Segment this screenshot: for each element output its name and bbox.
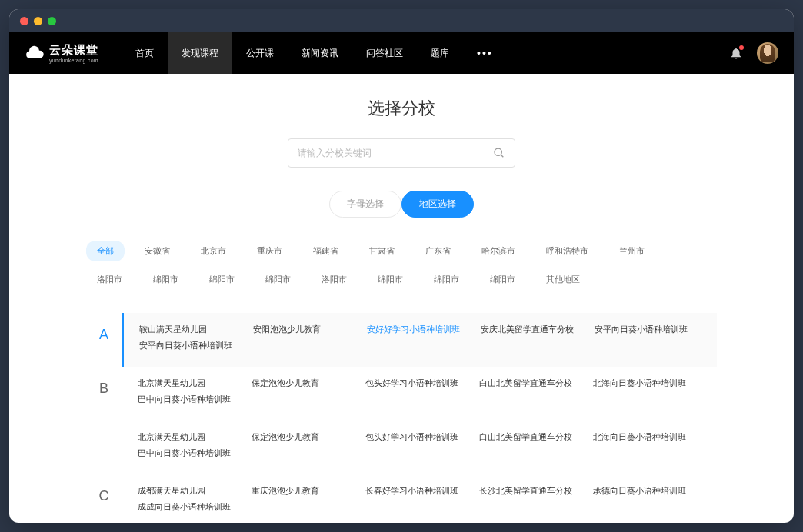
- region-filter-chip[interactable]: 洛阳市: [86, 269, 133, 290]
- letter-group: C成都满天星幼儿园重庆泡泡少儿教育长春好学习小语种培训班长沙北美留学直通车分校承…: [86, 474, 717, 523]
- school-item[interactable]: 安平向日葵小语种培训班: [595, 324, 708, 335]
- close-window-button[interactable]: [20, 17, 28, 25]
- school-item[interactable]: 成都满天星幼儿园: [138, 485, 252, 497]
- school-item[interactable]: 保定泡泡少儿教育: [252, 377, 365, 389]
- school-item[interactable]: 北海向日葵小语种培训班: [593, 377, 707, 389]
- region-filters: 全部安徽省北京市重庆市福建省甘肃省广东省哈尔滨市呼和浩特市兰州市洛阳市绵阳市绵阳…: [9, 241, 794, 298]
- school-item[interactable]: 安庆北美留学直通车分校: [481, 324, 595, 335]
- traffic-lights: [20, 17, 56, 25]
- region-filter-chip[interactable]: 呼和浩特市: [535, 241, 599, 261]
- region-filter-chip[interactable]: 重庆市: [246, 241, 293, 261]
- nav-more-button[interactable]: •••: [463, 47, 507, 59]
- letter-group: B北京满天星幼儿园保定泡泡少儿教育包头好学习小语种培训班白山北美留学直通车分校北…: [86, 367, 717, 474]
- school-item[interactable]: 保定泡泡少儿教育: [252, 431, 365, 443]
- school-item[interactable]: 白山北美留学直通车分校: [479, 431, 593, 443]
- school-item[interactable]: 长沙北美留学直通车分校: [479, 485, 593, 497]
- school-item[interactable]: 重庆泡泡少儿教育: [252, 485, 365, 497]
- minimize-window-button[interactable]: [34, 17, 42, 25]
- search-box: [288, 138, 515, 168]
- notification-badge: [739, 45, 744, 50]
- region-filter-chip[interactable]: 安徽省: [134, 241, 181, 261]
- region-filter-chip[interactable]: 洛阳市: [311, 269, 358, 290]
- school-item[interactable]: 长春好学习小语种培训班: [365, 485, 479, 497]
- svg-line-1: [501, 155, 503, 157]
- school-item[interactable]: 北京满天星幼儿园: [138, 377, 252, 389]
- school-item[interactable]: 巴中向日葵小语种培训班: [138, 447, 252, 459]
- region-filter-chip[interactable]: 绵阳市: [198, 269, 245, 290]
- nav-item[interactable]: 首页: [122, 32, 168, 74]
- notification-bell-icon[interactable]: [729, 46, 743, 60]
- region-select-tab[interactable]: 地区选择: [402, 191, 474, 218]
- school-item[interactable]: 包头好学习小语种培训班: [365, 377, 479, 389]
- nav-item[interactable]: 题库: [417, 32, 463, 74]
- school-item[interactable]: 北海向日葵小语种培训班: [593, 431, 707, 443]
- region-filter-chip[interactable]: 绵阳市: [255, 269, 302, 290]
- region-filter-chip[interactable]: 广东省: [415, 241, 461, 261]
- maximize-window-button[interactable]: [48, 17, 56, 25]
- brand-logo[interactable]: 云朵课堂 yunduoketang.com: [25, 43, 98, 63]
- app-header: 云朵课堂 yunduoketang.com 首页发现课程公开课新闻资讯问答社区题…: [9, 32, 794, 74]
- school-item[interactable]: 包头好学习小语种培训班: [365, 431, 479, 443]
- letter-label: B: [99, 381, 108, 397]
- letter-label: A: [99, 327, 108, 343]
- letter-label: C: [99, 488, 109, 504]
- nav-item[interactable]: 发现课程: [168, 32, 232, 74]
- nav-item[interactable]: 公开课: [232, 32, 288, 74]
- school-item[interactable]: 安好好学习小语种培训班: [367, 324, 481, 335]
- nav-item[interactable]: 问答社区: [352, 32, 417, 74]
- window-titlebar: [9, 9, 794, 32]
- region-filter-chip[interactable]: 绵阳市: [142, 269, 189, 290]
- region-filter-chip[interactable]: 北京市: [190, 241, 237, 261]
- region-filter-chip[interactable]: 其他地区: [535, 269, 591, 290]
- letter-group: A鞍山满天星幼儿园安阳泡泡少儿教育安好好学习小语种培训班安庆北美留学直通车分校安…: [86, 313, 717, 367]
- region-filter-chip[interactable]: 绵阳市: [367, 269, 414, 290]
- region-filter-chip[interactable]: 绵阳市: [423, 269, 470, 290]
- svg-point-0: [495, 148, 501, 155]
- user-avatar[interactable]: [757, 42, 778, 64]
- school-list: A鞍山满天星幼儿园安阳泡泡少儿教育安好好学习小语种培训班安庆北美留学直通车分校安…: [9, 313, 794, 523]
- app-window: 云朵课堂 yunduoketang.com 首页发现课程公开课新闻资讯问答社区题…: [9, 9, 794, 523]
- school-item[interactable]: 安阳泡泡少儿教育: [253, 324, 367, 335]
- search-input[interactable]: [298, 148, 493, 158]
- nav-item[interactable]: 新闻资讯: [288, 32, 352, 74]
- page-title: 选择分校: [9, 97, 794, 120]
- school-item[interactable]: 巴中向日葵小语种培训班: [138, 394, 252, 405]
- selection-mode-toggle: 字母选择 地区选择: [329, 191, 474, 218]
- region-filter-chip[interactable]: 绵阳市: [479, 269, 526, 290]
- school-item[interactable]: 北京满天星幼儿园: [138, 431, 252, 443]
- region-filter-chip[interactable]: 福建省: [302, 241, 349, 261]
- region-filter-chip[interactable]: 哈尔滨市: [471, 241, 526, 261]
- main-nav: 首页发现课程公开课新闻资讯问答社区题库: [122, 32, 463, 74]
- school-item[interactable]: 鞍山满天星幼儿园: [139, 324, 253, 335]
- school-item[interactable]: 安平向日葵小语种培训班: [139, 340, 253, 351]
- cloud-logo-icon: [25, 43, 45, 63]
- region-filter-chip[interactable]: 甘肃省: [358, 241, 405, 261]
- school-item[interactable]: 白山北美留学直通车分校: [479, 377, 593, 389]
- region-filter-chip[interactable]: 兰州市: [608, 241, 655, 261]
- school-item[interactable]: 承德向日葵小语种培训班: [593, 485, 707, 497]
- letter-select-tab[interactable]: 字母选择: [329, 191, 402, 218]
- main-content: 选择分校 字母选择 地区选择 全部安徽省北京市重庆市福建省甘肃省广东省哈尔滨市呼…: [9, 74, 794, 523]
- school-item[interactable]: 成成向日葵小语种培训班: [138, 501, 252, 513]
- region-filter-chip[interactable]: 全部: [86, 241, 125, 261]
- search-icon[interactable]: [493, 147, 505, 159]
- brand-sub: yunduoketang.com: [49, 58, 98, 63]
- brand-name: 云朵课堂: [49, 43, 98, 58]
